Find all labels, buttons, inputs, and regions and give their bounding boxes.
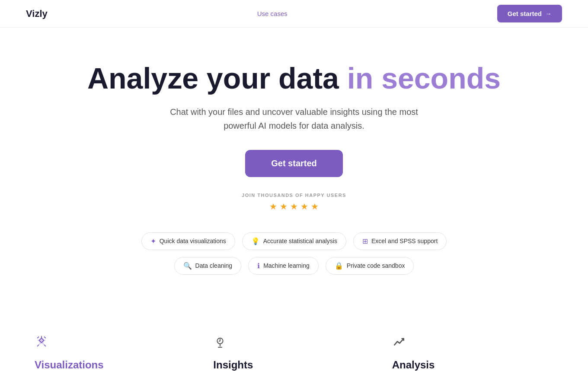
- feature-tags-row-2: 🔍 Data cleaning ℹ Machine learning 🔒 Pri…: [174, 257, 414, 275]
- lightbulb-icon: 💡: [251, 237, 260, 245]
- feature-card-visualizations: Visualizations Automatically create inte…: [35, 335, 196, 371]
- hero-get-started-button[interactable]: Get started: [245, 150, 343, 177]
- star-1: ★: [269, 201, 277, 212]
- feature-tags: ✦ Quick data visualizations 💡 Accurate s…: [141, 232, 447, 275]
- social-proof-label: JOIN THOUSANDS OF HAPPY USERS: [242, 193, 346, 198]
- hero-subtitle: Chat with your files and uncover valuabl…: [164, 105, 424, 133]
- info-icon: ℹ: [257, 262, 260, 270]
- feature-card-analysis: Analysis Perform complex analysis and ge…: [392, 335, 553, 371]
- search-icon: 🔍: [183, 262, 192, 270]
- star-2: ★: [280, 201, 288, 212]
- insights-title: Insights: [213, 359, 374, 371]
- hero-title: Analyze your data in seconds: [87, 62, 501, 95]
- social-proof: JOIN THOUSANDS OF HAPPY USERS ★ ★ ★ ★ ★: [242, 193, 346, 212]
- star-4: ★: [300, 201, 308, 212]
- nav-links: Use cases: [257, 10, 288, 17]
- sparkle-icon: ✦: [150, 237, 156, 245]
- lock-icon: 🔒: [335, 262, 343, 270]
- insights-icon: [213, 335, 374, 352]
- navbar: Vizly Use cases Get started →: [0, 0, 588, 28]
- feature-tag-data-cleaning: 🔍 Data cleaning: [174, 257, 242, 275]
- star-5: ★: [311, 201, 319, 212]
- nav-get-started-button[interactable]: Get started →: [497, 5, 562, 22]
- nav-link-use-cases[interactable]: Use cases: [257, 10, 288, 17]
- visualizations-icon: [35, 335, 196, 352]
- feature-tag-statistical-analysis: 💡 Accurate statistical analysis: [242, 232, 346, 250]
- features-section: Visualizations Automatically create inte…: [0, 335, 588, 371]
- feature-tag-machine-learning: ℹ Machine learning: [248, 257, 319, 275]
- feature-tag-quick-visualizations: ✦ Quick data visualizations: [141, 232, 235, 250]
- feature-tags-row-1: ✦ Quick data visualizations 💡 Accurate s…: [141, 232, 447, 250]
- feature-tag-excel-spss: ⊞ Excel and SPSS support: [353, 232, 447, 250]
- analysis-title: Analysis: [392, 359, 553, 371]
- star-rating: ★ ★ ★ ★ ★: [269, 201, 319, 212]
- feature-card-insights: Insights Chat with your data and uncover…: [213, 335, 374, 371]
- feature-tag-private-sandbox: 🔒 Private code sandbox: [326, 257, 414, 275]
- hero-section: Analyze your data in seconds Chat with y…: [0, 28, 588, 335]
- grid-icon: ⊞: [362, 237, 368, 245]
- star-3: ★: [290, 201, 298, 212]
- analysis-icon: [392, 335, 553, 352]
- logo: Vizly: [26, 8, 48, 19]
- visualizations-title: Visualizations: [35, 359, 196, 371]
